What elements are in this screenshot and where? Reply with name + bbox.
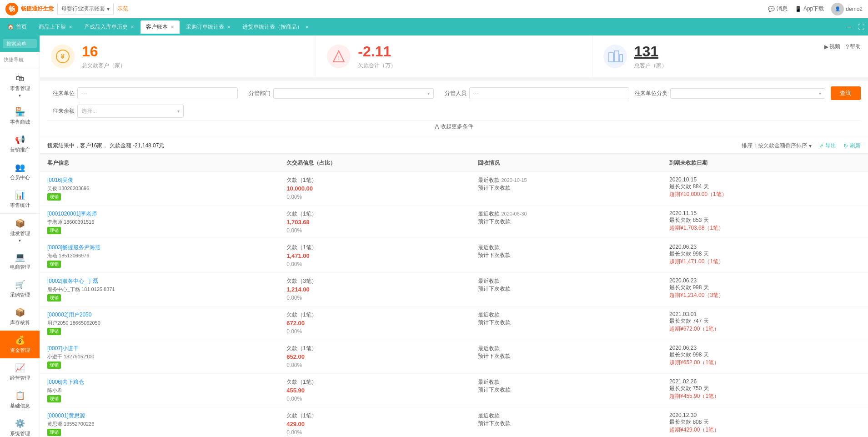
table-row: [0002]服务中心_丁磊 服务中心_丁磊 181 0125 8371 现销 欠… bbox=[40, 273, 868, 306]
overdue-amount-1[interactable]: 超期¥1,703.68（1笔） bbox=[669, 224, 861, 232]
tab-purchase-stats[interactable]: 采购订单统计表 ✕ bbox=[181, 20, 236, 34]
debt-label-6: 欠款（1笔） bbox=[286, 378, 478, 386]
close-icon[interactable]: ✕ bbox=[69, 25, 72, 30]
minimize-icon[interactable]: ─ bbox=[845, 22, 853, 31]
view-label: 视频 bbox=[829, 43, 840, 50]
sidebar-item-sys[interactable]: ⚙️ 系统管理 bbox=[0, 414, 40, 437]
collapse-more-btn[interactable]: ⋀ 收起更多条件 bbox=[47, 121, 861, 132]
sidebar-item-retail-store[interactable]: 🏪 零售商城 bbox=[0, 102, 40, 130]
sidebar-item-retail-mgmt[interactable]: 🛍 零售管理 ▼ bbox=[0, 69, 40, 102]
results-summary-text: 搜索结果中，客户16家 bbox=[47, 142, 102, 149]
collection-label-1: 最近收款 2020-06-30 bbox=[478, 210, 669, 218]
collection-label-4: 最近收款 bbox=[478, 311, 669, 319]
balance-placeholder: 选择... bbox=[81, 107, 97, 115]
debt-amount-4: 672.00 bbox=[286, 320, 478, 326]
overdue-amount-3[interactable]: 超期¥1,214.00（3笔） bbox=[669, 291, 861, 299]
person-input[interactable]: ··· bbox=[469, 87, 630, 99]
customer-info-1: [0001020001]李老师 李老师 18600391516 现销 bbox=[47, 210, 286, 234]
source-unit-input[interactable]: ··· bbox=[77, 87, 238, 99]
sidebar-item-purchase[interactable]: 🛒 采购管理 bbox=[0, 275, 40, 303]
due-date-5: 2020.06.23 bbox=[669, 345, 861, 351]
sidebar-item-ecommerce[interactable]: 💻 电商管理 bbox=[0, 247, 40, 275]
overdue-amount-2[interactable]: 超期¥1,471.00（1笔） bbox=[669, 258, 861, 266]
search-input[interactable] bbox=[3, 39, 37, 48]
sidebar-item-finance-label: 资金管理 bbox=[10, 347, 30, 354]
filter-row-2: 往来余额 选择... ▾ bbox=[47, 105, 861, 118]
debt-info-0: 欠款（1笔） 10,000.00 0.00% bbox=[286, 176, 478, 200]
customer-name-link-0[interactable]: [0016]吴俊 bbox=[47, 177, 73, 183]
collection-info-4: 最近收款 预计下次收款 bbox=[478, 311, 669, 326]
dept-select[interactable]: ▾ bbox=[273, 88, 434, 99]
close-icon[interactable]: ✕ bbox=[305, 25, 309, 30]
overdue-amount-7[interactable]: 超期¥429.00（1笔） bbox=[669, 426, 861, 434]
customer-name-link-4[interactable]: [000002]用户2050 bbox=[47, 311, 91, 318]
collection-label-5: 最近收款 bbox=[478, 345, 669, 352]
sidebar-item-biz[interactable]: 📈 经营管理 bbox=[0, 358, 40, 386]
maximize-icon[interactable]: ⛶ bbox=[856, 22, 866, 31]
owing-customers-label: 总欠款客户（家） bbox=[82, 62, 305, 70]
sidebar-item-retail-stats[interactable]: 📊 零售统计 bbox=[0, 186, 40, 213]
sidebar-item-marketing[interactable]: 📢 营销推广 bbox=[0, 130, 40, 158]
help-btn[interactable]: ? 帮助 bbox=[846, 43, 861, 50]
balance-select[interactable]: 选择... ▾ bbox=[77, 105, 184, 118]
tab-product-history[interactable]: 产成品入库单历史 ✕ bbox=[79, 20, 140, 34]
customer-name-link-6[interactable]: [0006]去下粮仓 bbox=[47, 379, 84, 385]
customer-name-link-5[interactable]: [0007]小进干 bbox=[47, 345, 79, 352]
sidebar-item-member[interactable]: 👥 会员中心 bbox=[0, 158, 40, 186]
export-btn[interactable]: ↗ 导出 bbox=[819, 142, 836, 150]
debt-label-5: 欠款（1笔） bbox=[286, 345, 478, 352]
tab-product-offshelf[interactable]: 商品上下架 ✕ bbox=[33, 20, 78, 34]
sidebar-item-basic[interactable]: 📋 基础信息 bbox=[0, 386, 40, 414]
col-header-collection: 回收情况 bbox=[478, 159, 669, 167]
sidebar-item-finance[interactable]: 💰 资金管理 bbox=[0, 331, 40, 358]
overdue-amount-5[interactable]: 超期¥652.00（1笔） bbox=[669, 359, 861, 367]
message-btn[interactable]: 💬 消息 bbox=[768, 5, 788, 13]
customer-name-link-1[interactable]: [0001020001]李老师 bbox=[47, 211, 97, 217]
unit-class-select[interactable]: ▾ bbox=[670, 88, 825, 99]
sort-select[interactable]: 排序：按欠款金额倒序排序 ▾ bbox=[742, 142, 812, 150]
refresh-btn[interactable]: ↻ 刷新 bbox=[843, 142, 861, 150]
overdue-amount-4[interactable]: 超期¥672.00（1笔） bbox=[669, 325, 861, 333]
due-date-4: 2021.03.01 bbox=[669, 311, 861, 317]
view-video-btn[interactable]: ▶ 视频 bbox=[824, 43, 840, 50]
tab-home[interactable]: 🏠 首页 bbox=[2, 20, 32, 34]
basic-icon: 📋 bbox=[15, 391, 25, 401]
due-info-7: 2020.12.30 最长欠款 808 天 超期¥429.00（1笔） bbox=[669, 412, 861, 434]
tab-customer-account[interactable]: 客户账本 ✕ bbox=[140, 20, 180, 34]
search-button[interactable]: 查询 bbox=[831, 86, 861, 100]
due-date-3: 2020.06.23 bbox=[669, 277, 861, 284]
collection-label-0: 最近收款 2020-10-15 bbox=[478, 176, 669, 184]
store-selector[interactable]: 母婴行业演示账套 ▾ bbox=[57, 3, 114, 15]
close-icon[interactable]: ✕ bbox=[227, 25, 231, 30]
customer-tag-6: 现销 bbox=[47, 395, 61, 402]
sidebar-item-member-label: 会员中心 bbox=[10, 174, 30, 181]
customer-name-link-2[interactable]: [0003]畅捷服务尹海燕 bbox=[47, 244, 100, 251]
marketing-icon: 📢 bbox=[15, 135, 25, 145]
overdue-amount-0[interactable]: 超期¥10,000.00（1笔） bbox=[669, 191, 861, 198]
customer-phone-2: 海燕 18513066976 bbox=[47, 252, 286, 259]
app-download-btn[interactable]: 📱 App下载 bbox=[795, 5, 824, 13]
nav-label: 示范 bbox=[117, 5, 128, 13]
col-header-debt: 欠交易信息（占比） bbox=[286, 159, 478, 167]
customer-name-link-7[interactable]: [000001]黄思源 bbox=[47, 412, 85, 419]
overdue-amount-6[interactable]: 超期¥455.90（1笔） bbox=[669, 392, 861, 400]
user-area[interactable]: 👤 demo2 bbox=[831, 3, 863, 15]
tab-home-label: 首页 bbox=[16, 23, 27, 31]
close-icon[interactable]: ✕ bbox=[171, 25, 174, 30]
nav-tabs: 🏠 首页 商品上下架 ✕ 产成品入库单历史 ✕ 客户账本 ✕ 采购订单统计表 ✕… bbox=[0, 18, 868, 35]
avatar: 👤 bbox=[831, 3, 844, 15]
sidebar-item-inventory[interactable]: 📦 库存核算 bbox=[0, 303, 40, 331]
overdue-days-1: 最长欠款 853 天 bbox=[669, 216, 861, 224]
debt-amount-2: 1,471.00 bbox=[286, 252, 478, 259]
customer-name-link-3[interactable]: [0002]服务中心_丁磊 bbox=[47, 278, 98, 284]
customer-info-3: [0002]服务中心_丁磊 服务中心_丁磊 181 0125 8371 现销 bbox=[47, 277, 286, 301]
close-icon[interactable]: ✕ bbox=[130, 25, 134, 30]
collection-info-2: 最近收款 预计下次收款 bbox=[478, 244, 669, 259]
refresh-label: 刷新 bbox=[850, 142, 861, 150]
chevron-down-icon: ▼ bbox=[18, 94, 22, 98]
owing-customers-number: 16 bbox=[82, 43, 305, 60]
collection-label-2: 最近收款 bbox=[478, 244, 669, 251]
tab-inbound-stats[interactable]: 进货单统计表（按商品） ✕ bbox=[237, 20, 314, 34]
sidebar-item-batch-mgmt[interactable]: 📦 批发管理 ▼ bbox=[0, 214, 40, 247]
debt-info-3: 欠款（3笔） 1,214.00 0.00% bbox=[286, 277, 478, 301]
